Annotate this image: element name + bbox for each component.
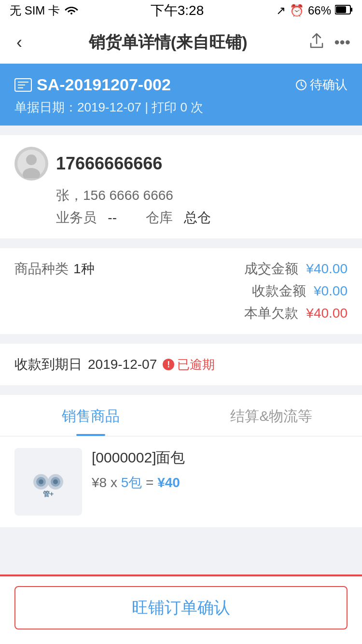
product-name: [0000002]面包 [92, 448, 348, 468]
overdue-text: 已逾期 [177, 356, 215, 373]
order-id: SA-20191207-002 [14, 75, 171, 94]
order-meta: 单据日期：2019-12-07 | 打印 0 次 [14, 99, 348, 116]
svg-rect-1 [351, 8, 352, 12]
svg-rect-2 [336, 6, 346, 13]
confirm-order-button[interactable]: 旺铺订单确认 [14, 586, 348, 630]
product-qty: 5包 [121, 475, 142, 490]
status-bar: 无 SIM 卡 下午3:28 ↗ ⏰ 66% [0, 0, 362, 21]
price-formula: ¥8 x [92, 475, 121, 490]
back-button[interactable]: ‹ [12, 28, 27, 57]
amount-row-2: 本单欠款 ¥40.00 [244, 304, 348, 322]
nav-actions: ••• [309, 33, 350, 52]
status-left: 无 SIM 卡 [10, 3, 78, 18]
nav-bar: ‹ 销货单详情(来自旺铺) ••• [0, 21, 362, 64]
product-total: ¥40 [157, 475, 180, 490]
summary-left: 商品种类 1种 [14, 260, 244, 278]
header-top: SA-20191207-002 待确认 [14, 75, 348, 94]
tab-sales-product[interactable]: 销售商品 [0, 395, 181, 436]
more-icon[interactable]: ••• [334, 33, 350, 51]
wifi-icon [65, 4, 78, 17]
product-section: 管+ [0000002]面包 ¥8 x 5包 = ¥40 [0, 436, 362, 527]
salesman-value: -- [108, 210, 117, 225]
alarm-icon: ⏰ [290, 4, 304, 17]
summary-right: 成交金额 ¥40.00 收款金额 ¥0.00 本单欠款 ¥40.00 [244, 260, 348, 322]
battery-text: 66% [308, 4, 331, 17]
product-price: ¥8 x 5包 = ¥40 [92, 474, 348, 492]
tabs-container: 销售商品 结算&物流等 [0, 395, 362, 436]
product-info: [0000002]面包 ¥8 x 5包 = ¥40 [92, 448, 348, 492]
customer-section: 17666666666 张，156 6666 6666 业务员 -- 仓库 总仓 [0, 135, 362, 238]
amount-row-0: 成交金额 ¥40.00 [244, 260, 348, 278]
product-thumbnail: 管+ [14, 448, 82, 516]
warehouse-label: 仓库 [146, 210, 173, 225]
customer-name: 张，156 6666 6666 [56, 186, 348, 205]
amount-label-2: 本单欠款 [244, 304, 298, 322]
warehouse-value: 总仓 [184, 210, 211, 225]
category-value: 1种 [73, 260, 95, 278]
due-label: 收款到期日 [14, 355, 82, 374]
amount-label-0: 成交金额 [244, 260, 298, 278]
share-icon[interactable] [309, 33, 324, 52]
customer-phone: 17666666666 [56, 154, 162, 174]
svg-point-17 [39, 479, 43, 484]
due-value: 2019-12-07 [88, 357, 157, 372]
header-card: SA-20191207-002 待确认 单据日期：2019-12-07 | 打印… [0, 64, 362, 126]
battery-icon [335, 4, 352, 17]
overdue-badge: ! 已逾期 [163, 356, 215, 373]
bottom-bar: 旺铺订单确认 [0, 574, 362, 644]
amount-value-1: ¥0.00 [314, 283, 348, 299]
overdue-icon: ! [163, 359, 174, 370]
carrier-text: 无 SIM 卡 [10, 3, 60, 18]
summary-section: 商品种类 1种 成交金额 ¥40.00 收款金额 ¥0.00 本单欠款 ¥40.… [0, 248, 362, 334]
order-status: 待确认 [295, 76, 348, 93]
status-time: 下午3:28 [151, 1, 204, 20]
location-icon: ↗ [276, 4, 286, 17]
customer-top: 17666666666 [14, 147, 348, 181]
order-icon [14, 78, 32, 92]
product-logo: 管+ [24, 465, 72, 499]
amount-value-0: ¥40.00 [306, 261, 348, 277]
category-label: 商品种类 [14, 260, 69, 278]
amount-label-1: 收款金额 [252, 282, 306, 300]
due-section: 收款到期日 2019-12-07 ! 已逾期 [0, 344, 362, 385]
customer-row: 业务员 -- 仓库 总仓 [56, 209, 348, 227]
svg-point-18 [53, 479, 58, 484]
svg-text:管+: 管+ [43, 490, 54, 498]
clock-icon [295, 79, 307, 91]
equals-sign: = [142, 475, 157, 490]
tab-settlement[interactable]: 结算&物流等 [181, 395, 362, 436]
status-right: ↗ ⏰ 66% [276, 4, 352, 17]
amount-row-1: 收款金额 ¥0.00 [252, 282, 348, 300]
svg-point-11 [26, 154, 37, 165]
amount-value-2: ¥40.00 [306, 306, 348, 321]
svg-line-9 [301, 85, 303, 86]
avatar [14, 147, 48, 181]
salesman-label: 业务员 [56, 210, 97, 225]
page-title: 销货单详情(来自旺铺) [89, 31, 248, 54]
